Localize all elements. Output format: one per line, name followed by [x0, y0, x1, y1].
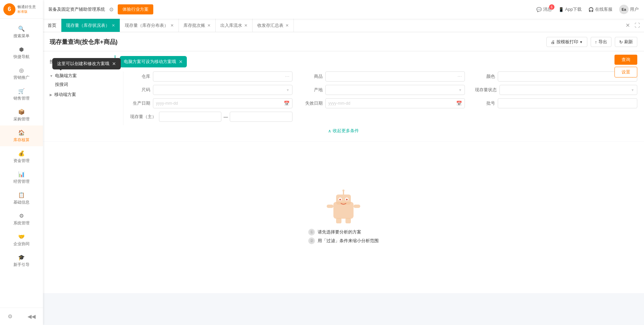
svg-point-5 [346, 199, 348, 201]
tab-collect-table-label: 收发存汇总表 [257, 22, 283, 29]
sidebar-bottom: ⚙ ◀◀ [0, 308, 43, 325]
app-download-label: App下载 [565, 6, 582, 12]
tooltip2-text: 这里可以创建和修改方案哦 [57, 61, 109, 67]
sidebar-item-label: 营销推广 [13, 75, 30, 80]
tab-close-all-icon[interactable]: ✕ [624, 21, 631, 30]
tab-collect-table[interactable]: 收发存汇总表 ✕ [253, 19, 294, 32]
expire-date-input[interactable]: yyyy-mm-dd 📅 [325, 98, 465, 108]
filter-field-stock-status: 现存量状态 ▼ [475, 85, 637, 95]
filter-field-warehouse: 仓库 ··· [130, 71, 292, 82]
sidebar-item-finance[interactable]: 💰 资金管理 [0, 146, 43, 167]
scheme-item-mobile[interactable]: ▶ 移动端方案 [50, 90, 120, 99]
stock-status-select[interactable]: ▼ [499, 85, 637, 95]
scheme-item-search[interactable]: 按搜词 [55, 80, 120, 89]
empty-step1: ① 请先选择要分析的方案 [308, 229, 379, 235]
app-download-item[interactable]: 📱 App下载 [558, 6, 582, 12]
action-buttons: 查询 设置 [614, 55, 637, 77]
produce-date-calendar-icon[interactable]: 📅 [284, 101, 289, 106]
sidebar-item-newbie[interactable]: 🎓 新手引导 [0, 250, 43, 271]
filter-field-batch-no: 批号 [475, 98, 637, 108]
tab-home[interactable]: 首页 [43, 19, 61, 32]
sidebar-item-label: 采购管理 [13, 116, 30, 122]
batch-no-input[interactable] [498, 98, 637, 108]
user-item[interactable]: Ea 用户 [619, 5, 639, 14]
color-label: 颜色 [475, 73, 495, 79]
gear-icon[interactable]: ⚙ [109, 6, 114, 13]
collapse-row[interactable]: ∧ 收起更多条件 [50, 125, 637, 137]
finance-icon: 💰 [18, 150, 25, 157]
sidebar-item-guide[interactable]: ⬢ 快捷导航 [0, 42, 43, 63]
sidebar-item-system[interactable]: ⚙ 系统管理 [0, 209, 43, 229]
collapse-label: 收起更多条件 [333, 128, 359, 134]
filter-row-1: 仓库 ··· 商品 ··· 颜色 [130, 71, 637, 82]
sidebar-nav: 🔍 搜索菜单 ⬢ 快捷导航 ◎ 营销推广 🛒 销售管理 📦 采购管理 🏠 库存核… [0, 19, 43, 308]
print-template-button[interactable]: 🖨 按模板打印 ▼ [546, 37, 587, 47]
scheme-sub-items: 按搜词 [50, 80, 120, 89]
sidebar-item-operation[interactable]: 📊 经营管理 [0, 167, 43, 188]
sidebar-item-label: 经营管理 [13, 179, 30, 184]
tooltip2-close[interactable]: ✕ [112, 61, 116, 66]
size-select[interactable]: ▼ [153, 85, 292, 95]
online-service-item[interactable]: 🎧 在线客服 [588, 6, 612, 12]
logo-icon: 6 [3, 3, 15, 15]
svg-point-4 [339, 199, 341, 201]
warehouse-input[interactable]: ··· [153, 71, 292, 82]
tab-in-out-flow[interactable]: 出入库流水 ✕ [216, 19, 253, 32]
sidebar-item-inventory[interactable]: 🏠 库存核算 [0, 125, 43, 146]
warehouse-dots-icon[interactable]: ··· [285, 73, 289, 79]
sidebar-item-basic[interactable]: 📋 基础信息 [0, 188, 43, 209]
svg-rect-8 [336, 218, 341, 223]
goods-label: 商品 [303, 73, 323, 79]
tab-close-inventory-status[interactable]: ✕ [112, 23, 115, 28]
tooltip1-close[interactable]: ✕ [179, 59, 183, 64]
goods-dots-icon[interactable]: ··· [458, 73, 462, 79]
tab-in-out-flow-label: 出入库流水 [220, 22, 242, 29]
system-icon: ⚙ [18, 212, 25, 219]
tab-batch-account-label: 库存批次账 [183, 22, 205, 29]
sidebar-item-search[interactable]: 🔍 搜索菜单 [0, 21, 43, 42]
refresh-button[interactable]: ↻ 刷新 [615, 37, 637, 47]
tab-inventory-dist[interactable]: 现存量（库存分布表） ✕ [120, 19, 179, 32]
scheme-item-desktop[interactable]: ▼ 电脑端方案 [50, 71, 120, 80]
sidebar-item-marketing[interactable]: ◎ 营销推广 [0, 63, 43, 84]
stock-main-to-input[interactable] [230, 112, 292, 122]
top-header: 装备及固定资产辅助管理系统 ⚙ 体验行业方案 💬 消息 6 📱 App下载 🎧 … [43, 0, 644, 19]
tab-inventory-status[interactable]: 现存量（库存状况表） ✕ [61, 19, 120, 32]
sales-icon: 🛒 [18, 87, 25, 95]
notification-item[interactable]: 💬 消息 6 [536, 6, 552, 12]
tab-batch-account[interactable]: 库存批次账 ✕ [179, 19, 216, 32]
sidebar-item-purchase[interactable]: 📦 采购管理 [0, 105, 43, 125]
stock-status-chevron-icon: ▼ [631, 88, 634, 92]
tab-expand-icon[interactable]: ⛶ [633, 21, 641, 30]
produce-date-input[interactable]: yyyy-mm-dd 📅 [153, 98, 292, 108]
size-chevron-icon: ▼ [286, 88, 289, 92]
origin-select[interactable]: ▼ [325, 85, 465, 95]
filter-field-expire-date: 失效日期 yyyy-mm-dd 📅 [303, 98, 465, 108]
page-title: 现存量查询(按仓库+商品) [50, 38, 118, 46]
settings-button[interactable]: 设置 [614, 67, 637, 77]
stock-main-from-input[interactable] [159, 112, 221, 122]
industry-solution-button[interactable]: 体验行业方案 [118, 4, 153, 14]
query-button[interactable]: 查询 [614, 55, 637, 65]
scheme-mobile-label: 移动端方案 [54, 92, 76, 98]
svg-rect-7 [354, 205, 360, 208]
sidebar-item-label: 新手引导 [13, 262, 30, 268]
tab-close-collect-table[interactable]: ✕ [285, 23, 289, 28]
sidebar-item-enterprise[interactable]: 🤝 企业协同 [0, 229, 43, 250]
goods-input[interactable]: ··· [325, 71, 465, 82]
collapse-icon[interactable]: ◀◀ [25, 311, 38, 322]
scheme-item-mobile-wrapper: ▶ 移动端方案 [50, 90, 120, 99]
empty-state-area: ① 请先选择要分析的方案 ② 用「过滤」条件来缩小分析范围 [43, 142, 644, 293]
expire-date-calendar-icon[interactable]: 📅 [456, 101, 462, 106]
tab-close-inventory-dist[interactable]: ✕ [170, 23, 174, 28]
search-icon: 🔍 [18, 25, 25, 32]
expire-date-placeholder: yyyy-mm-dd [328, 101, 350, 106]
batch-no-label: 批号 [475, 100, 495, 106]
tab-close-in-out-flow[interactable]: ✕ [244, 23, 248, 28]
tab-close-batch-account[interactable]: ✕ [207, 23, 211, 28]
stock-main-range: — [159, 112, 292, 122]
sidebar-item-sales[interactable]: 🛒 销售管理 [0, 84, 43, 105]
export-button[interactable]: ↑ 导出 [591, 37, 612, 47]
sidebar-item-label: 基础信息 [13, 200, 30, 205]
settings-bottom-icon[interactable]: ⚙ [6, 311, 14, 322]
